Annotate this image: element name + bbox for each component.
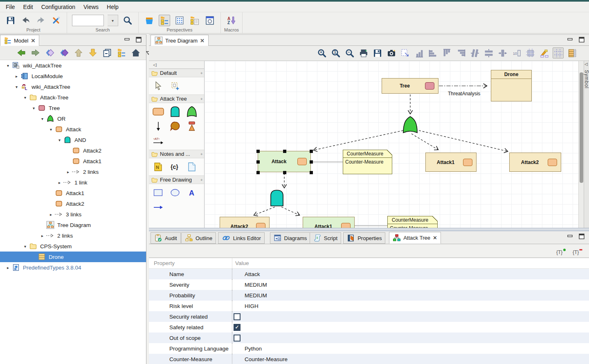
tree-item-3-links[interactable]: ▸3 links: [0, 209, 146, 220]
diagram-node-attack[interactable]: Attack: [258, 151, 311, 172]
minimize-icon[interactable]: [567, 37, 573, 43]
tools-icon[interactable]: [50, 15, 62, 26]
tree-item-wiki-attacktree[interactable]: ▾MLwiki_AttackTree: [0, 81, 146, 92]
selection-handle[interactable]: [283, 171, 286, 174]
tab-outline[interactable]: Outline: [181, 232, 216, 244]
resize-height-icon[interactable]: 10: [511, 47, 522, 58]
close-icon[interactable]: ✕: [31, 38, 35, 44]
text-tool[interactable]: A: [183, 185, 200, 200]
next-diagram-icon[interactable]: [59, 47, 69, 58]
symbol-library-icon[interactable]: [567, 47, 578, 58]
home-icon[interactable]: [131, 47, 141, 58]
ellipse-tool[interactable]: [166, 185, 183, 200]
or-gate-tool[interactable]: [183, 104, 200, 119]
diagram-canvas[interactable]: ThreatAnalysisTreeDroneAttackCounterMeas…: [205, 61, 578, 228]
tree-expand-icon[interactable]: ▾: [21, 95, 29, 100]
tree-expand-icon[interactable]: ▸: [47, 212, 55, 217]
tree-item-drone[interactable]: Drone: [0, 252, 146, 262]
duplicate-icon[interactable]: [102, 47, 112, 58]
property-row-security-related[interactable]: Security related: [149, 311, 589, 322]
diagram-node-attack2-sub[interactable]: Attack2: [220, 217, 270, 228]
checkbox-unchecked[interactable]: [234, 335, 241, 342]
menu-file[interactable]: File: [2, 2, 19, 11]
save-icon[interactable]: [5, 15, 16, 26]
scrollbar-thumb[interactable]: [580, 72, 583, 183]
save-diagram-icon[interactable]: [372, 47, 383, 58]
move-down-icon[interactable]: [88, 47, 98, 58]
distribute-horizontal-icon[interactable]: [469, 47, 480, 58]
rectangle-tool[interactable]: [150, 185, 166, 200]
tab-diagrams[interactable]: Diagrams: [270, 232, 311, 244]
horizontal-splitter[interactable]: [149, 228, 589, 231]
close-icon[interactable]: ✕: [433, 235, 437, 241]
resize-width-icon[interactable]: [497, 47, 508, 58]
zoom-in-icon[interactable]: +: [316, 47, 327, 58]
tree-expand-icon[interactable]: ▾: [38, 117, 46, 121]
zoom-reset-icon[interactable]: 1: [330, 47, 341, 58]
distribute-vertical-icon[interactable]: [483, 47, 494, 58]
forward-icon[interactable]: [31, 47, 40, 58]
snapshot-icon[interactable]: [386, 47, 397, 58]
tab-properties[interactable]: Properties: [343, 232, 385, 244]
selection-handle[interactable]: [310, 171, 313, 174]
tree-item-wiki-attacktree[interactable]: ▾wiki_AttackTree: [0, 60, 146, 71]
search-icon[interactable]: [122, 15, 133, 26]
checkbox-checked[interactable]: ✓: [234, 324, 241, 331]
beautify-icon[interactable]: [539, 47, 550, 58]
window-perspective-icon[interactable]: [204, 15, 216, 26]
minimize-icon[interactable]: [124, 37, 130, 43]
palette-collapse-button[interactable]: ◁: [149, 61, 204, 69]
tab-script[interactable]: Script: [310, 232, 341, 244]
collapse-section-icon[interactable]: ‹›: [200, 178, 202, 182]
selection-handle[interactable]: [283, 150, 286, 153]
tree-expand-icon[interactable]: ▸: [38, 234, 46, 238]
tab-links-editor[interactable]: Links Editor: [218, 232, 265, 244]
property-row-safety-related[interactable]: Safety related✓: [149, 322, 589, 333]
collapse-section-icon[interactable]: ‹›: [200, 152, 202, 156]
attack-node-tool[interactable]: [150, 104, 166, 119]
tree-item-tree[interactable]: ▾Tree: [0, 103, 146, 113]
maximize-icon[interactable]: [578, 37, 585, 43]
tab-audit[interactable]: Audit: [151, 232, 181, 244]
and-gate-tool[interactable]: [166, 104, 183, 119]
menu-edit[interactable]: Edit: [19, 2, 37, 11]
selection-handle[interactable]: [256, 150, 260, 153]
add-attribute-icon[interactable]: {T}: [555, 246, 567, 258]
align-top-icon[interactable]: [414, 47, 425, 58]
palette-section-free-drawing[interactable]: Free Drawing‹›: [149, 175, 204, 184]
checkbox-unchecked[interactable]: [234, 313, 241, 320]
diagram-node-or-gate[interactable]: [402, 116, 418, 133]
tree-item-attack[interactable]: ▾Attack: [0, 124, 146, 135]
property-row-programming-language[interactable]: Programming LanguagePython: [149, 343, 589, 354]
tree-item-and[interactable]: ▾AND: [0, 135, 146, 145]
diagram-node-tree[interactable]: Tree: [382, 78, 438, 94]
tree-item-cps-system[interactable]: ▾CPS-System: [0, 241, 146, 252]
canvas-vertical-scrollbar[interactable]: [578, 61, 584, 228]
align-left-icon[interactable]: [427, 47, 438, 58]
collapse-section-icon[interactable]: ‹›: [200, 97, 202, 101]
tree-view-icon[interactable]: [117, 47, 126, 58]
prev-diagram-icon[interactable]: [45, 47, 55, 58]
minimize-icon[interactable]: [567, 234, 573, 239]
tree-expand-icon[interactable]: ▾: [13, 85, 20, 89]
symbol-panel-collapsed[interactable]: ◁ Symbol: [584, 61, 589, 228]
tree-expand-icon[interactable]: ▸: [64, 170, 72, 174]
diagram-node-attack1-sub[interactable]: Attack1: [303, 217, 355, 228]
timer-tool[interactable]: [183, 119, 200, 134]
maximize-icon[interactable]: [578, 234, 585, 239]
attack-link-tool[interactable]: ‹AT›: [150, 134, 166, 148]
tree-item-2-links[interactable]: ▸2 links: [0, 230, 146, 241]
capture-selection-icon[interactable]: [400, 47, 411, 58]
tree-expand-icon[interactable]: ▸: [56, 180, 63, 185]
align-right-icon[interactable]: [455, 47, 466, 58]
diagram-node-drone[interactable]: Drone: [491, 70, 532, 101]
arrow-tool[interactable]: [150, 200, 166, 215]
palette-section-notes-and-[interactable]: Notes and ...‹›: [149, 150, 204, 158]
tree-expand-icon[interactable]: ▸: [4, 265, 12, 270]
menu-help[interactable]: Help: [103, 2, 123, 11]
property-row-severity[interactable]: SeverityMEDIUM: [149, 279, 589, 290]
tree-expand-icon[interactable]: ▾: [4, 63, 12, 68]
selection-handle[interactable]: [310, 150, 313, 153]
model-perspective-icon[interactable]: [159, 15, 170, 26]
sequence-arrow-tool[interactable]: [150, 119, 166, 134]
